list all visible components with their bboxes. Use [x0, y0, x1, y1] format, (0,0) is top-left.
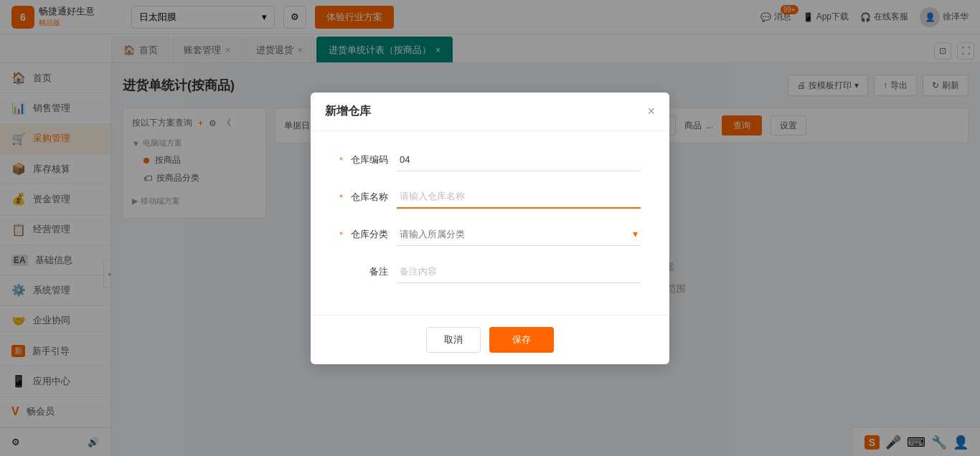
- dialog-title: 新增仓库: [325, 104, 371, 119]
- code-input[interactable]: [397, 148, 641, 171]
- remark-label: 备注: [339, 265, 397, 278]
- code-row: 仓库编码: [339, 148, 641, 171]
- cancel-button[interactable]: 取消: [426, 327, 481, 353]
- dialog-header: 新增仓库 ×: [311, 92, 669, 131]
- remark-input[interactable]: [397, 260, 641, 283]
- category-input[interactable]: [397, 229, 633, 239]
- category-select[interactable]: ▾: [397, 223, 641, 246]
- dialog-body: 仓库编码 仓库名称 仓库分类 ▾ 备注: [311, 131, 669, 315]
- code-label: 仓库编码: [339, 153, 397, 166]
- name-input[interactable]: [397, 186, 641, 209]
- category-label: 仓库分类: [339, 228, 397, 241]
- new-warehouse-dialog: 新增仓库 × 仓库编码 仓库名称 仓库分类 ▾: [311, 92, 669, 364]
- category-row: 仓库分类 ▾: [339, 223, 641, 246]
- modal-overlay[interactable]: 新增仓库 × 仓库编码 仓库名称 仓库分类 ▾: [0, 0, 980, 456]
- name-row: 仓库名称: [339, 186, 641, 209]
- remark-row: 备注: [339, 260, 641, 283]
- dialog-close-btn[interactable]: ×: [647, 105, 655, 118]
- save-button[interactable]: 保存: [489, 327, 554, 353]
- dialog-footer: 取消 保存: [311, 315, 669, 364]
- chevron-down-icon: ▾: [633, 228, 638, 239]
- name-label: 仓库名称: [339, 191, 397, 204]
